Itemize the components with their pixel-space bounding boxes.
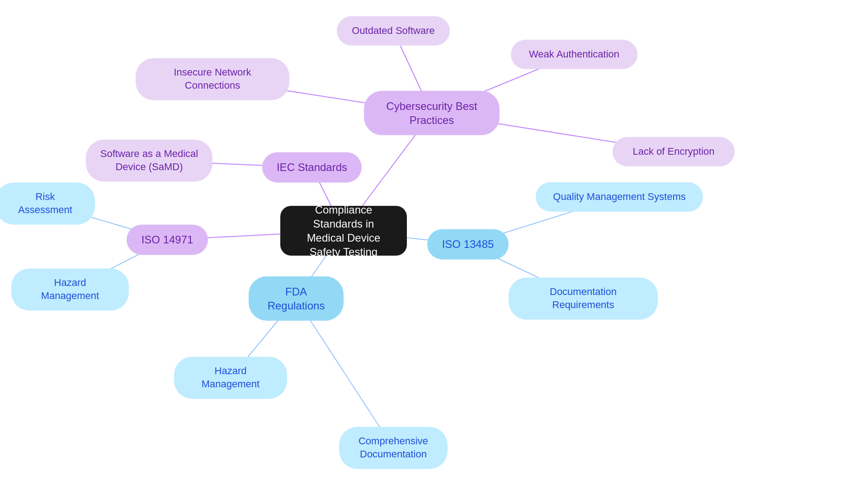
hazard14971-label: Hazard Management	[24, 276, 116, 302]
iso14971-node[interactable]: ISO 14971	[127, 224, 208, 255]
iso13485-node[interactable]: ISO 13485	[427, 229, 509, 259]
samd-node[interactable]: Software as a Medical Device (SaMD)	[86, 139, 212, 181]
samd-label: Software as a Medical Device (SaMD)	[99, 147, 200, 173]
iec-node[interactable]: IEC Standards	[262, 152, 362, 182]
weak-auth-node[interactable]: Weak Authentication	[511, 40, 637, 69]
insecure-network-node[interactable]: Insecure Network Connections	[136, 58, 289, 100]
outdated-software-node[interactable]: Outdated Software	[337, 16, 450, 46]
iso13485-label: ISO 13485	[442, 237, 494, 251]
docreq-label: Documentation Requirements	[521, 285, 645, 311]
center-node[interactable]: Compliance Standards in Medical Device S…	[280, 206, 407, 256]
comprehensive-doc-node[interactable]: Comprehensive Documentation	[339, 427, 448, 469]
hazard-mgmt-fda-node[interactable]: Hazard Management	[174, 357, 287, 399]
fda-node[interactable]: FDA Regulations	[249, 276, 344, 321]
iec-label: IEC Standards	[277, 160, 347, 174]
encryption-label: Lack of Encryption	[633, 145, 715, 158]
quality-mgmt-node[interactable]: Quality Management Systems	[536, 182, 703, 212]
lack-encryption-node[interactable]: Lack of Encryption	[613, 137, 735, 167]
fda-label: FDA Regulations	[261, 285, 331, 313]
hazardfda-label: Hazard Management	[187, 365, 274, 390]
insecure-label: Insecure Network Connections	[148, 66, 277, 92]
iso14971-label: ISO 14971	[142, 233, 193, 247]
center-label: Compliance Standards in Medical Device S…	[293, 203, 394, 259]
hazard-mgmt-iso14971-node[interactable]: Hazard Management	[11, 268, 129, 310]
cybersecurity-label: Cybersecurity Best Practices	[377, 99, 487, 127]
risk-assessment-node[interactable]: Risk Assessment	[0, 182, 95, 224]
quality-label: Quality Management Systems	[553, 190, 685, 204]
compdoc-label: Comprehensive Documentation	[352, 435, 435, 461]
outdated-label: Outdated Software	[352, 24, 434, 38]
cybersecurity-node[interactable]: Cybersecurity Best Practices	[364, 91, 500, 135]
mindmap-canvas: Compliance Standards in Medical Device S…	[0, 0, 868, 490]
doc-requirements-node[interactable]: Documentation Requirements	[509, 277, 658, 319]
weakauth-label: Weak Authentication	[529, 48, 619, 61]
svg-line-13	[296, 299, 393, 448]
risk-label: Risk Assessment	[8, 190, 82, 216]
